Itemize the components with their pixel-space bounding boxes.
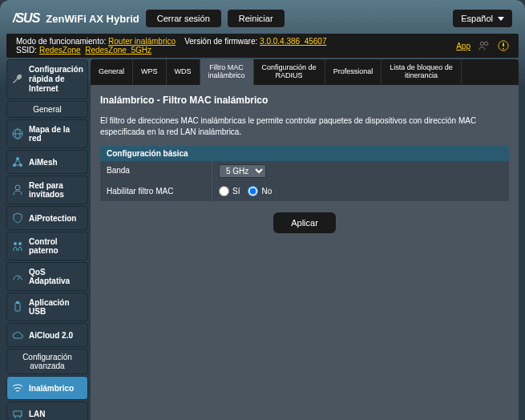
sidebar-item-aiprotection[interactable]: AiProtection (6, 206, 88, 230)
svg-line-14 (18, 277, 20, 280)
tab-general[interactable]: General (91, 59, 133, 85)
enable-no-radio[interactable] (248, 186, 258, 196)
wrench-icon (11, 73, 24, 86)
sidebar-item-guest-network[interactable]: Red para invitados (6, 176, 88, 204)
ssid-label: SSID: (16, 46, 37, 55)
sidebar-item-aimesh[interactable]: AiMesh (6, 150, 88, 174)
mode-label: Modo de funcionamiento: (16, 37, 106, 46)
usb-icon (11, 301, 24, 313)
tab-wds[interactable]: WDS (167, 59, 200, 85)
sidebar-quick-setup[interactable]: Configuraciónrápida de Internet (6, 59, 88, 99)
lan-icon (11, 407, 24, 420)
enable-label: Habilitar filtro MAC (100, 182, 212, 200)
band-select[interactable]: 5 GHz (219, 164, 266, 178)
globe-icon (11, 127, 24, 140)
enable-row: Habilitar filtro MAC Sí No (100, 182, 509, 201)
sidebar-item-lan[interactable]: LAN (6, 402, 88, 420)
svg-point-4 (503, 48, 504, 50)
tab-radius[interactable]: Configuración de RADIUS (254, 59, 325, 85)
model-name: ZenWiFi AX Hybrid (46, 13, 139, 25)
sidebar-item-parental[interactable]: Control paterno (6, 232, 88, 260)
users-icon[interactable] (479, 40, 490, 51)
mode-value-link[interactable]: Router inalámbrico (108, 37, 176, 46)
sidebar-item-label: QoS Adaptativa (29, 268, 83, 285)
chevron-down-icon (498, 17, 504, 21)
sidebar-item-label: AiMesh (29, 158, 58, 167)
sidebar-item-label: LAN (29, 410, 46, 418)
header: /SUS ZenWiFi AX Hybrid Cerrar sesión Rei… (6, 6, 519, 34)
sidebar-item-qos[interactable]: QoS Adaptativa (6, 262, 88, 291)
sidebar-section-general: General (6, 101, 88, 118)
tab-mac-filter[interactable]: Filtro MAC inalámbrico (200, 59, 254, 85)
sidebar-item-label: Configuraciónrápida de Internet (29, 65, 83, 94)
tab-wps[interactable]: WPS (133, 59, 167, 85)
tab-roaming-block[interactable]: Lista de bloqueo de itinerancia (382, 59, 462, 85)
family-icon (11, 240, 24, 252)
band-row: Banda 5 GHz (100, 161, 509, 182)
enable-yes-radio[interactable] (219, 186, 229, 196)
sidebar: Configuraciónrápida de Internet General … (6, 59, 88, 420)
sidebar-item-network-map[interactable]: Mapa de la red (6, 119, 88, 148)
page-description: El filtro de direcciones MAC inalámbrica… (100, 115, 509, 138)
brand-logo: /SUS (13, 11, 39, 26)
page-title: Inalámbrico - Filtro MAC inalámbrico (100, 95, 509, 106)
gauge-icon (11, 270, 24, 283)
ssid2-link[interactable]: RedesZone_5GHz (85, 46, 151, 55)
svg-point-0 (480, 42, 483, 45)
restart-button[interactable]: Reiniciar (228, 10, 285, 27)
fw-value-link[interactable]: 3.0.0.4.386_45607 (260, 37, 326, 46)
svg-point-11 (15, 185, 20, 190)
sidebar-item-wireless[interactable]: Inalámbrico (6, 376, 88, 400)
tab-bar: General WPS WDS Filtro MAC inalámbrico C… (91, 59, 519, 85)
guest-icon (11, 184, 24, 196)
sidebar-item-label: AiProtection (29, 214, 76, 223)
logout-button[interactable]: Cerrar sesión (146, 10, 221, 27)
svg-rect-15 (15, 303, 20, 311)
mesh-icon (11, 155, 24, 168)
svg-point-1 (484, 42, 487, 45)
info-bar: Modo de funcionamiento: Router inalámbri… (6, 34, 519, 58)
band-label: Banda (100, 161, 212, 181)
apply-button[interactable]: Aplicar (273, 212, 336, 233)
sidebar-item-label: AiCloud 2.0 (29, 331, 73, 340)
sidebar-item-label: Inalámbrico (29, 384, 74, 393)
wifi-icon (11, 382, 24, 394)
sidebar-item-usb-app[interactable]: Aplicación USB (6, 293, 88, 321)
shield-icon (11, 212, 24, 224)
language-label: Español (461, 14, 493, 23)
fw-label: Versión de firmware: (184, 37, 257, 46)
no-label: No (261, 187, 272, 196)
sidebar-item-label: Control paterno (29, 237, 83, 255)
yes-label: Sí (232, 187, 240, 196)
sidebar-item-aicloud[interactable]: AiCloud 2.0 (6, 323, 88, 347)
app-link[interactable]: App (456, 42, 470, 50)
svg-point-12 (14, 242, 17, 245)
sidebar-item-label: Mapa de la red (29, 125, 83, 143)
sidebar-section-advanced: Configuración avanzada (6, 349, 88, 374)
exclamation-icon[interactable] (498, 40, 509, 51)
ssid1-link[interactable]: RedesZone (39, 46, 81, 55)
section-header: Configuración básica (100, 146, 509, 161)
sidebar-item-label: Aplicación USB (29, 298, 83, 316)
language-selector[interactable]: Español (453, 10, 512, 27)
sidebar-item-label: Red para invitados (29, 181, 83, 199)
svg-rect-16 (16, 301, 19, 304)
main-panel: General WPS WDS Filtro MAC inalámbrico C… (91, 59, 519, 420)
svg-point-13 (18, 242, 22, 245)
tab-professional[interactable]: Professional (325, 59, 382, 85)
cloud-icon (11, 329, 24, 341)
svg-rect-17 (14, 411, 22, 416)
